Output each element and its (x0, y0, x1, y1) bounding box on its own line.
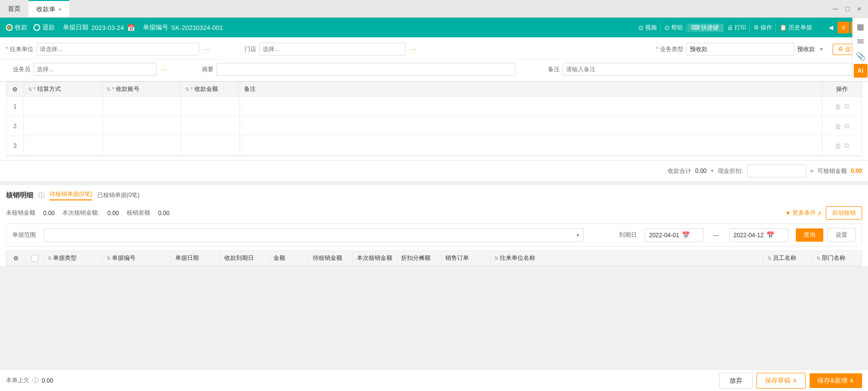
operation-btn[interactable]: ⚙ 操作 (751, 24, 776, 32)
due-from-value: 2022-04-01 (649, 232, 679, 239)
table-header: ⚙ ⇅ * 结算方式 ⇅ * 收款账号 ⇅ * 收款金额 备注 操作 (6, 82, 862, 97)
print-label: 打印 (734, 24, 746, 32)
draft-button[interactable]: 保存草稿 ∧ (757, 373, 806, 389)
save-new-label: 保存&新增 (817, 376, 847, 385)
tab-bar: 首页 收款单 × ─ □ × (0, 0, 868, 18)
due-to-cal-icon: 📅 (766, 231, 774, 239)
sub-th-gear[interactable]: ⚙ (6, 251, 26, 265)
print-btn[interactable]: 🖨 打印 (724, 24, 750, 32)
th-action: 操作 (822, 82, 862, 96)
store-input[interactable] (259, 43, 406, 56)
row2-remark[interactable] (240, 116, 822, 136)
abandon-button[interactable]: 放弃 (719, 373, 753, 389)
video-btn[interactable]: ⊙ 视频 (635, 24, 660, 32)
summary-row: 收款合计 0.00 + 现金折扣: = 可核销金额 0.00 (0, 160, 868, 181)
sub-th-employee-label: 员工名称 (773, 254, 796, 262)
more-conditions-btn[interactable]: ▼ 更多条件 ∧ (785, 209, 822, 217)
sidebar-table-icon[interactable]: ▦ (854, 20, 868, 33)
prev-info-icon[interactable]: ⓘ (32, 376, 39, 385)
no-label: 单据编号 (143, 23, 168, 32)
sidebar-clip-icon[interactable]: 📎 (854, 49, 868, 63)
available-label: 可核销金额 (817, 167, 847, 175)
sub-th-recdate: 收款到期日 (220, 251, 270, 265)
header-checkbox[interactable] (31, 255, 38, 262)
th-settle: ⇅ * 结算方式 (24, 82, 103, 96)
this-cancel-value: 0.00 (108, 210, 119, 217)
no-field: 单据编号 SK-20230324-001 (143, 23, 223, 32)
row1-account[interactable] (103, 97, 181, 116)
sidebar-email-icon[interactable]: ✉ (854, 34, 868, 48)
uncancelled-label: 未核销金额 (6, 209, 35, 217)
th-amount-label: 收款金额 (194, 85, 218, 93)
row1-copy-icon[interactable]: ⧉ (844, 102, 849, 111)
remark-input[interactable] (563, 63, 862, 76)
store-more-icon[interactable]: ··· (408, 45, 418, 53)
discount-input[interactable] (747, 165, 806, 177)
view-list-btn[interactable]: ≡ (838, 22, 849, 33)
row2-delete-icon[interactable]: 🗑 (835, 122, 841, 130)
row3-settle[interactable] (24, 136, 103, 155)
row2-account[interactable] (103, 116, 181, 136)
verify-pending-tab[interactable]: 待核销单据(0笔) (50, 190, 92, 200)
type-sort-icon: ⇅ (48, 255, 52, 261)
row1-delete-icon[interactable]: 🗑 (835, 103, 841, 111)
filter-range-select[interactable]: ▾ (44, 228, 584, 242)
no-value[interactable]: SK-20230324-001 (171, 24, 223, 31)
data-table-section: ⚙ ⇅ * 结算方式 ⇅ * 收款账号 ⇅ * 收款金额 备注 操作 (0, 82, 868, 181)
sub-th-pending: 待核销金额 (309, 251, 353, 265)
auto-cancel-btn[interactable]: 自动核销 (826, 206, 862, 220)
row1-num: 1 (6, 97, 24, 116)
due-from-picker[interactable]: 2022-04-01 📅 (645, 228, 704, 242)
settings-gear-icon: ⚙ (838, 46, 843, 53)
bottom-right: 放弃 保存草稿 ∧ 保存&新增 ∧ (719, 373, 862, 389)
tab-close-icon[interactable]: × (58, 6, 61, 12)
row3-delete-icon[interactable]: 🗑 (835, 142, 841, 150)
date-cal-icon[interactable]: 📅 (127, 24, 135, 31)
query-button[interactable]: 查询 (796, 228, 823, 242)
history-btn[interactable]: 📋 历史单据 (777, 24, 815, 32)
row1-actions: 🗑 ⧉ (822, 97, 862, 116)
verify-done-tab[interactable]: 已核销单据(0笔) (97, 191, 140, 199)
row2-settle[interactable] (24, 116, 103, 136)
row2-amount[interactable] (181, 116, 240, 136)
radio-refund[interactable]: 退款 (33, 23, 55, 32)
tab-home-label: 首页 (8, 4, 21, 13)
help-btn[interactable]: ⊙ 帮助 (661, 24, 686, 32)
shortcut-btn[interactable]: ⌨ 快捷键 (687, 24, 723, 32)
row3-account[interactable] (103, 136, 181, 155)
partner-input[interactable] (36, 43, 199, 56)
available-value: 0.00 (851, 168, 862, 174)
summary-input[interactable] (217, 63, 516, 76)
form-row1: 往来单位 ··· 门店 ··· 业务类型 预收款 预收款 ▾ ⚙ 设置 (0, 37, 868, 59)
date-value[interactable]: 2023-03-24 (91, 24, 124, 31)
row1-amount[interactable] (181, 97, 240, 116)
row3-remark[interactable] (240, 136, 822, 155)
save-new-button[interactable]: 保存&新增 ∧ (810, 373, 862, 388)
tab-home[interactable]: 首页 (0, 0, 28, 17)
tab-collection[interactable]: 收款单 × (28, 0, 69, 17)
staff-more-icon[interactable]: ··· (160, 65, 169, 73)
staff-input[interactable] (33, 63, 157, 76)
row3-copy-icon[interactable]: ⧉ (844, 141, 849, 150)
row1-remark[interactable] (240, 97, 822, 116)
filter-settings-button[interactable]: 设置 (827, 228, 856, 242)
biz-type-arrow[interactable]: ▾ (820, 46, 823, 53)
partner-more-icon[interactable]: ··· (202, 45, 212, 53)
row2-copy-icon[interactable]: ⧉ (844, 122, 849, 130)
row2-actions: 🗑 ⧉ (822, 116, 862, 136)
verify-info-icon[interactable]: ⓘ (38, 191, 45, 200)
sub-th-check[interactable] (26, 251, 44, 265)
window-close-btn[interactable]: × (854, 4, 864, 14)
radio-collection[interactable]: 收款 (6, 23, 27, 32)
nav-prev-btn[interactable]: ◀ (825, 22, 837, 33)
window-controls: ─ □ × (831, 4, 868, 14)
table-gear-icon: ⚙ (12, 86, 18, 93)
window-min-btn[interactable]: ─ (831, 4, 841, 14)
table-gear-col[interactable]: ⚙ (6, 82, 24, 96)
row3-amount[interactable] (181, 136, 240, 155)
verify-section: 核销明细 ⓘ 待核销单据(0笔) 已核销单据(0笔) 未核销金额 0.00 本次… (0, 183, 868, 266)
window-max-btn[interactable]: □ (842, 4, 852, 14)
due-to-picker[interactable]: 2022-04-12 📅 (729, 228, 788, 242)
sidebar-ai-icon[interactable]: Ai (854, 64, 868, 78)
row1-settle[interactable] (24, 97, 103, 116)
